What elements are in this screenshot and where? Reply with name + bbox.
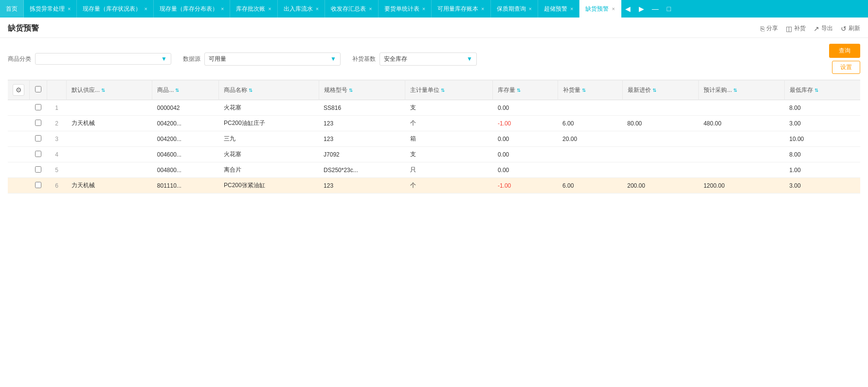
column-settings-icon[interactable]: ⚙	[13, 84, 24, 96]
replenish-button[interactable]: ◫ 补货	[786, 24, 806, 33]
category-filter-group: 商品分类 ▼	[8, 53, 171, 65]
th-checkbox[interactable]	[30, 80, 47, 100]
th-gear[interactable]: ⚙	[8, 80, 30, 100]
row-checkbox[interactable]	[35, 166, 41, 173]
close-tab-shortage[interactable]: ×	[612, 6, 615, 12]
table-row[interactable]: 1 0000042 火花塞 SS816 支 0.00 8.00	[8, 100, 860, 116]
tab-available[interactable]: 可用量库存账本 ×	[432, 0, 490, 18]
table-row[interactable]: 3 004200... 三九 123 箱 0.00 20.00 10.00	[8, 131, 860, 147]
close-tab-expiry[interactable]: ×	[529, 6, 532, 12]
category-select[interactable]: ▼	[35, 53, 171, 65]
row-checkbox-cell[interactable]	[30, 131, 47, 147]
filter-actions: 查询 设置	[829, 44, 860, 74]
tab-next-btn[interactable]: ▶	[635, 0, 649, 18]
replenish-base-select[interactable]: 安全库存 ▼	[380, 53, 477, 66]
row-unit: 箱	[405, 131, 493, 147]
datasource-filter-group: 数据源 可用量 ▼	[183, 53, 341, 66]
close-tab-batch[interactable]: ×	[268, 6, 271, 12]
th-spec[interactable]: 规格型号 ⇅	[319, 80, 405, 100]
settings-button[interactable]: 设置	[832, 61, 860, 74]
row-checkbox[interactable]	[35, 182, 41, 188]
row-gear	[8, 100, 30, 116]
tab-requisition[interactable]: 要货单统计表 ×	[379, 0, 432, 18]
tab-expiry[interactable]: 保质期查询 ×	[491, 0, 538, 18]
table-row[interactable]: 4 004600... 火花塞 J7092 支 0.00 8.00	[8, 147, 860, 162]
th-replenish[interactable]: 补货量 ⇅	[558, 80, 622, 100]
close-tab-flow[interactable]: ×	[316, 6, 319, 12]
main-content: 缺货预警 ⎘ 分享 ◫ 补货 ↗ 导出 ↺ 刷新 商品分类	[0, 18, 868, 387]
share-button[interactable]: ⎘ 分享	[760, 24, 778, 33]
row-checkbox-cell[interactable]	[30, 100, 47, 116]
close-tab-receive[interactable]: ×	[369, 6, 372, 12]
replenish-base-value: 安全库存	[384, 55, 407, 63]
maximize-btn[interactable]: □	[662, 0, 676, 18]
row-stock: 0.00	[493, 131, 558, 147]
refresh-icon: ↺	[841, 25, 847, 33]
datasource-select[interactable]: 可用量 ▼	[204, 53, 341, 66]
row-gear	[8, 131, 30, 147]
close-tab-stock-status[interactable]: ×	[144, 6, 147, 12]
tab-flow[interactable]: 出入库流水 ×	[278, 0, 325, 18]
row-product-name: 离合片	[219, 162, 319, 178]
row-product-code: 004200...	[152, 131, 219, 147]
refresh-button[interactable]: ↺ 刷新	[841, 24, 860, 33]
row-replenish: 6.00	[558, 116, 622, 131]
th-estimated-purchase[interactable]: 预计采购... ⇅	[699, 80, 784, 100]
stock-sort-icon: ⇅	[517, 88, 521, 93]
tab-stock-status[interactable]: 现存量（库存状况表） ×	[77, 0, 153, 18]
table-row[interactable]: 6 力天机械 801110... PC200张紧油缸 123 个 -1.00 6…	[8, 178, 860, 194]
close-tab-overstock[interactable]: ×	[570, 6, 573, 12]
row-spec: 123	[319, 116, 405, 131]
datasource-value: 可用量	[209, 55, 226, 63]
tab-overstock[interactable]: 超储预警 ×	[538, 0, 579, 18]
close-tab-requisition[interactable]: ×	[422, 6, 425, 12]
th-supplier[interactable]: 默认供应... ⇅	[67, 80, 152, 100]
tab-stock-dist[interactable]: 现存量（库存分布表） ×	[154, 0, 230, 18]
row-checkbox[interactable]	[35, 135, 41, 141]
row-gear	[8, 178, 30, 194]
row-stock: 0.00	[493, 162, 558, 178]
tab-receive[interactable]: 收发存汇总表 ×	[325, 0, 378, 18]
row-checkbox-cell[interactable]	[30, 116, 47, 131]
row-spec: 123	[319, 178, 405, 194]
row-stock: 0.00	[493, 147, 558, 162]
close-tab-exception[interactable]: ×	[68, 6, 71, 12]
row-min-stock: 8.00	[784, 100, 860, 116]
category-label: 商品分类	[8, 55, 31, 63]
row-checkbox[interactable]	[35, 151, 41, 157]
row-product-name: 三九	[219, 131, 319, 147]
product-name-sort-icon: ⇅	[249, 88, 253, 93]
row-latest-price	[622, 147, 699, 162]
tab-shortage[interactable]: 缺货预警 ×	[579, 0, 621, 18]
tab-prev-btn[interactable]: ◀	[621, 0, 635, 18]
th-latest-price[interactable]: 最新进价 ⇅	[622, 80, 699, 100]
row-supplier	[67, 131, 152, 147]
close-tab-available[interactable]: ×	[481, 6, 484, 12]
row-checkbox[interactable]	[35, 120, 41, 126]
th-product-code[interactable]: 商品... ⇅	[152, 80, 219, 100]
row-checkbox-cell[interactable]	[30, 162, 47, 178]
row-gear	[8, 162, 30, 178]
close-tab-stock-dist[interactable]: ×	[221, 6, 224, 12]
th-min-stock[interactable]: 最低库存 ⇅	[784, 80, 860, 100]
th-stock[interactable]: 库存量 ⇅	[493, 80, 558, 100]
query-button[interactable]: 查询	[829, 44, 860, 58]
datasource-arrow-icon: ▼	[330, 55, 336, 62]
th-product-name[interactable]: 商品名称 ⇅	[219, 80, 319, 100]
row-checkbox-cell[interactable]	[30, 147, 47, 162]
select-all-checkbox[interactable]	[35, 86, 41, 92]
export-button[interactable]: ↗ 导出	[814, 24, 833, 33]
th-unit[interactable]: 主计量单位 ⇅	[405, 80, 493, 100]
tab-batch[interactable]: 库存批次账 ×	[230, 0, 277, 18]
table-row[interactable]: 5 004800... 离合片 DS250*23c... 只 0.00 1.00	[8, 162, 860, 178]
row-latest-price: 200.00	[622, 178, 699, 194]
minimize-btn[interactable]: —	[649, 0, 662, 18]
tab-exception[interactable]: 拣货异常处理 ×	[24, 0, 77, 18]
row-checkbox-cell[interactable]	[30, 178, 47, 194]
table-header-row: ⚙ 默认供应... ⇅ 商品...	[8, 80, 860, 100]
row-checkbox[interactable]	[35, 104, 41, 110]
replenish-base-label: 补货基数	[352, 55, 376, 63]
table-row[interactable]: 2 力天机械 004200... PC200油缸庄子 123 个 -1.00 6…	[8, 116, 860, 131]
tab-home[interactable]: 首页	[0, 0, 24, 18]
row-unit: 个	[405, 178, 493, 194]
